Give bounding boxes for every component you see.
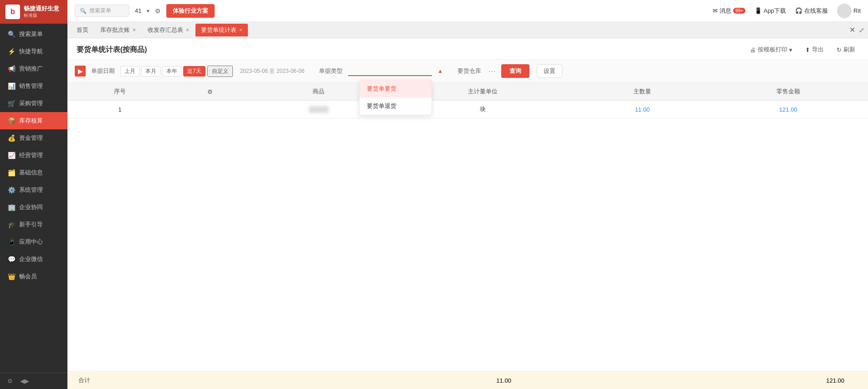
settings-col-header[interactable]: ⚙ xyxy=(172,83,248,101)
table-header-row: 序号 ⚙ 商品 主计量单位 主数量 零售金额 xyxy=(67,83,868,101)
topbar: 🔍 搜索菜单 41 ▾ ⚙ 体验行业方案 ✉ 消息 99+ 📱 App下载 🎧 … xyxy=(67,0,868,22)
filter-date-range: 2023-05-06 至 2023-06-06 xyxy=(240,67,304,75)
cell-quantity[interactable]: 11.00 xyxy=(576,101,709,118)
basic-icon: 🗂️ xyxy=(7,169,15,177)
table-container: 序号 ⚙ 商品 主计量单位 主数量 零售金额 1 xyxy=(67,83,868,371)
sidebar-item-label: 企业协同 xyxy=(19,203,43,211)
appstore-icon: 📱 xyxy=(7,238,15,246)
wechat-icon: 💬 xyxy=(7,255,15,263)
filter-bar: ▶ 单据日期 上月 本月 本年 近7天 自定义 2023-05-06 至 202… xyxy=(67,60,868,83)
export-icon: ⬆ xyxy=(805,46,810,53)
sidebar-item-operations[interactable]: 📈 经营管理 xyxy=(0,147,67,164)
filter-query-btn[interactable]: 查询 xyxy=(501,64,529,78)
system-icon: ⚙️ xyxy=(7,186,15,194)
sidebar-item-enterprise[interactable]: 🏢 企业协同 xyxy=(0,199,67,216)
refresh-icon: ↻ xyxy=(837,46,842,53)
sidebar-item-finance[interactable]: 💰 资金管理 xyxy=(0,129,67,147)
sidebar-title: 畅捷通好生意 xyxy=(24,5,59,13)
filter-settings-btn[interactable]: 设置 xyxy=(537,64,562,78)
print-template-btn[interactable]: 🖨 按模板打印 ▾ xyxy=(746,44,796,56)
dropdown-item-order-goods[interactable]: 要货单要货 xyxy=(360,80,431,97)
topbar-right: ✉ 消息 99+ 📱 App下载 🎧 在线客服 Rit xyxy=(713,4,861,18)
tab-label: 库存批次账 xyxy=(100,26,130,34)
filter-custom-btn[interactable]: 自定义 xyxy=(207,66,233,77)
dropdown-item-order-return[interactable]: 要货单退货 xyxy=(360,97,431,115)
cell-index: 1 xyxy=(67,101,172,118)
sidebar-item-label: 基础信息 xyxy=(19,169,43,177)
tab-home[interactable]: 首页 xyxy=(71,26,94,34)
tab-close-active-icon[interactable]: × xyxy=(239,27,242,33)
service-icon: 🎧 xyxy=(795,7,802,14)
tab-order-stats[interactable]: 要货单统计表 × xyxy=(195,24,248,36)
tab-receive-send-summary[interactable]: 收发存汇总表 × xyxy=(142,24,195,36)
filter-warehouse-label: 要货仓库 xyxy=(457,67,481,75)
tab-inventory-batch[interactable]: 库存批次账 × xyxy=(95,24,141,36)
topbar-tabs-count: 41 xyxy=(135,7,141,14)
filter-this-year-btn[interactable]: 本年 xyxy=(162,66,181,77)
sidebar: b 畅捷通好生意 标准版 🔍 搜索菜单 ⚡ 快捷导航 📢 营销推广 📊 销售管理… xyxy=(0,0,67,389)
app-download-btn[interactable]: 📱 App下载 xyxy=(755,7,786,15)
sidebar-item-member[interactable]: 👑 畅会员 xyxy=(0,268,67,285)
filter-last-7days-btn[interactable]: 近7天 xyxy=(183,66,205,77)
sidebar-settings-btn[interactable]: ⚙ xyxy=(7,378,13,384)
app-label: App下载 xyxy=(764,7,786,15)
sidebar-item-purchase[interactable]: 🛒 采购管理 xyxy=(0,95,67,112)
finance-icon: 💰 xyxy=(7,134,15,142)
quicknav-icon: ⚡ xyxy=(7,47,15,56)
sidebar-nav: 🔍 搜索菜单 ⚡ 快捷导航 📢 营销推广 📊 销售管理 🛒 采购管理 📦 库存核… xyxy=(0,24,67,373)
sidebar-footer: ⚙ ◀▶ xyxy=(0,373,67,389)
sidebar-item-appstore[interactable]: 📱 应用中心 xyxy=(0,233,67,251)
service-btn[interactable]: 🎧 在线客服 xyxy=(795,7,828,15)
topbar-chevron-icon[interactable]: ▾ xyxy=(147,8,149,14)
sidebar-item-inventory[interactable]: 📦 库存核算 xyxy=(0,112,67,129)
filter-expand-btn[interactable]: ▶ xyxy=(75,66,86,77)
filter-this-month-btn[interactable]: 本月 xyxy=(141,66,160,77)
tabbar-actions: ✕ ⤢ xyxy=(849,26,864,34)
user-menu-btn[interactable]: Rit xyxy=(837,4,861,18)
sidebar-item-marketing[interactable]: 📢 营销推广 xyxy=(0,60,67,77)
member-icon: 👑 xyxy=(7,272,15,281)
sidebar-item-sales[interactable]: 📊 销售管理 xyxy=(0,77,67,95)
filter-chevron-up-icon[interactable]: ▲ xyxy=(437,68,443,74)
sidebar-item-label: 系统管理 xyxy=(19,186,43,194)
search-icon: 🔍 xyxy=(7,30,15,38)
tabbar-expand-btn[interactable]: ⤢ xyxy=(859,26,864,34)
export-btn[interactable]: ⬆ 导出 xyxy=(801,44,827,56)
tabbar-close-all-btn[interactable]: ✕ xyxy=(849,26,855,34)
sidebar-item-basic[interactable]: 🗂️ 基础信息 xyxy=(0,164,67,181)
sidebar-collapse-btn[interactable]: ◀▶ xyxy=(20,378,29,384)
cell-amount[interactable]: 121.00 xyxy=(709,101,868,118)
print-icon: 🖨 xyxy=(750,46,756,53)
message-badge: 99+ xyxy=(733,8,745,14)
message-icon: ✉ xyxy=(713,7,718,14)
filter-type-input[interactable] xyxy=(348,67,432,76)
print-label: 按模板打印 xyxy=(758,46,787,54)
col-amount: 零售金额 xyxy=(709,83,868,101)
page-content: 要货单统计表(按商品) 🖨 按模板打印 ▾ ⬆ 导出 ↻ 刷新 ▶ xyxy=(67,38,868,389)
sidebar-item-label: 快捷导航 xyxy=(19,47,43,56)
sidebar-item-search[interactable]: 🔍 搜索菜单 xyxy=(0,26,67,43)
enterprise-icon: 🏢 xyxy=(7,203,15,211)
guide-icon: 🎓 xyxy=(7,220,15,229)
refresh-label: 刷新 xyxy=(843,46,855,54)
topbar-gear-icon[interactable]: ⚙ xyxy=(155,7,161,15)
filter-date-btns: 上月 本月 本年 近7天 自定义 xyxy=(120,66,233,77)
sidebar-item-quicknav[interactable]: ⚡ 快捷导航 xyxy=(0,43,67,60)
main-content: 🔍 搜索菜单 41 ▾ ⚙ 体验行业方案 ✉ 消息 99+ 📱 App下载 🎧 … xyxy=(67,0,868,389)
tab-close-icon[interactable]: × xyxy=(186,27,189,33)
search-menu-btn[interactable]: 🔍 搜索菜单 xyxy=(75,5,129,17)
sidebar-item-wechat[interactable]: 💬 企业微信 xyxy=(0,251,67,268)
sidebar-item-system[interactable]: ⚙️ 系统管理 xyxy=(0,181,67,199)
tab-close-icon[interactable]: × xyxy=(133,27,136,33)
message-btn[interactable]: ✉ 消息 99+ xyxy=(713,7,745,15)
sidebar-item-label: 库存核算 xyxy=(19,117,43,125)
filter-last-month-btn[interactable]: 上月 xyxy=(120,66,139,77)
filter-more-btn[interactable]: ⋯ xyxy=(488,67,496,76)
service-label: 在线客服 xyxy=(804,7,828,15)
sidebar-item-label: 企业微信 xyxy=(19,255,43,263)
trial-btn[interactable]: 体验行业方案 xyxy=(166,4,215,18)
refresh-btn[interactable]: ↻ 刷新 xyxy=(833,44,859,56)
search-menu-label: 搜索菜单 xyxy=(89,7,111,15)
sidebar-item-label: 采购管理 xyxy=(19,99,43,107)
sidebar-item-guide[interactable]: 🎓 新手引导 xyxy=(0,216,67,233)
